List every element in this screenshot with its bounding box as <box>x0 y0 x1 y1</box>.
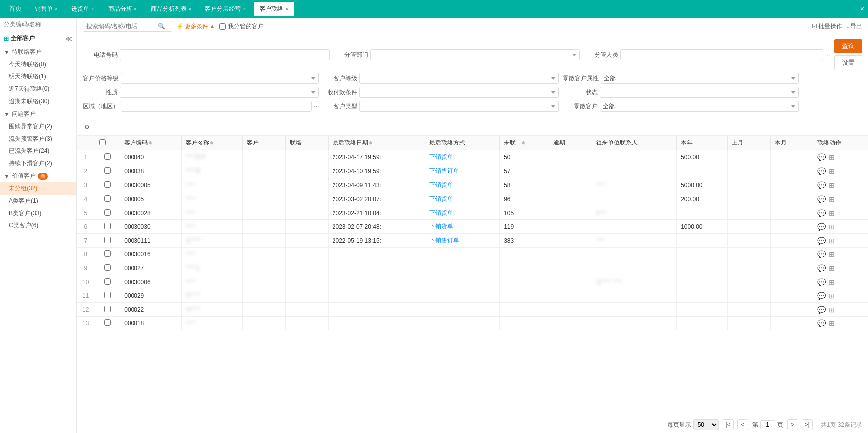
sidebar-item-a-class[interactable]: A类客户(1) <box>0 195 76 207</box>
filter-payment-select[interactable] <box>359 87 558 98</box>
close-all-tabs-icon[interactable]: × <box>860 5 864 13</box>
row-checkbox-8[interactable] <box>104 264 111 271</box>
select-all-checkbox[interactable] <box>99 139 106 145</box>
row-checkbox-7[interactable] <box>104 250 111 257</box>
row-checkbox-1[interactable] <box>104 167 111 174</box>
page-number-input[interactable] <box>760 420 775 429</box>
search-input[interactable] <box>86 23 156 30</box>
filter-dept-select[interactable] <box>370 49 580 60</box>
row-checkbox-10[interactable] <box>104 292 111 298</box>
row-checkbox-4[interactable] <box>104 209 111 216</box>
row-checkbox-2[interactable] <box>104 181 111 188</box>
chat-action-icon-10[interactable]: 💬 <box>817 292 826 300</box>
chat-action-icon-2[interactable]: 💬 <box>817 181 826 189</box>
nav-tab-analysis-list[interactable]: 商品分析列表 × <box>145 2 198 16</box>
sidebar-item-today[interactable]: 今天待联络(0) <box>0 58 76 71</box>
nav-tab-customer-contact[interactable]: 客户联络 × <box>254 2 294 16</box>
filter-type-select[interactable] <box>359 101 558 112</box>
sidebar-group-pending[interactable]: ▼ 待联络客户 <box>0 46 76 58</box>
sidebar-item-overdue[interactable]: 逾期未联络(30) <box>0 95 76 108</box>
filter-retail-customer-select[interactable]: 全部 <box>600 101 799 112</box>
page-size-select[interactable]: 50 100 200 <box>693 419 719 430</box>
sidebar-item-declining[interactable]: 持续下滑客户(2) <box>0 157 76 170</box>
grid-action-icon-4[interactable]: ⊞ <box>829 209 835 217</box>
filter-nature-select[interactable] <box>120 87 319 98</box>
chat-action-icon-5[interactable]: 💬 <box>817 223 826 231</box>
sidebar-item-abnormal[interactable]: 囤购异常客户(2) <box>0 120 76 133</box>
nav-tab-sales[interactable]: 销售单 × <box>29 2 64 16</box>
prev-page-btn[interactable]: < <box>737 419 748 430</box>
close-customer-contact-tab-icon[interactable]: × <box>285 6 288 12</box>
filter-region-input[interactable] <box>121 101 312 112</box>
grid-action-icon-8[interactable]: ⊞ <box>829 264 835 272</box>
close-sales-tab-icon[interactable]: × <box>55 6 58 12</box>
grid-action-icon-10[interactable]: ⊞ <box>829 292 835 300</box>
chat-action-icon-0[interactable]: 💬 <box>817 153 826 161</box>
row-checkbox-0[interactable] <box>104 153 111 160</box>
sidebar-item-c-class[interactable]: C类客户(6) <box>0 219 76 232</box>
filter-phone-input[interactable] <box>120 49 330 60</box>
chat-action-icon-4[interactable]: 💬 <box>817 209 826 217</box>
next-page-btn[interactable]: > <box>787 419 798 430</box>
chat-action-icon-6[interactable]: 💬 <box>817 237 826 245</box>
chat-action-icon-8[interactable]: 💬 <box>817 264 826 272</box>
grid-action-icon-12[interactable]: ⊞ <box>829 319 835 327</box>
grid-action-icon-7[interactable]: ⊞ <box>829 250 835 258</box>
chat-action-icon-1[interactable]: 💬 <box>817 167 826 175</box>
grid-action-icon-1[interactable]: ⊞ <box>829 167 835 175</box>
chat-action-icon-3[interactable]: 💬 <box>817 195 826 203</box>
grid-action-icon-9[interactable]: ⊞ <box>829 278 835 286</box>
sidebar-item-b-class[interactable]: B类客户(33) <box>0 207 76 219</box>
sidebar-collapse-icon[interactable]: ≪ <box>65 35 72 43</box>
filter-retail-attr-select[interactable]: 全部 <box>601 73 799 84</box>
sidebar-all-customers[interactable]: ⊞ 全部客户 ≪ <box>0 31 76 46</box>
sidebar-item-churned[interactable]: 已流失客户(24) <box>0 145 76 157</box>
reset-btn[interactable]: 设置 <box>834 55 862 70</box>
sidebar-item-ungrouped[interactable]: 未分组(32) <box>0 182 76 195</box>
search-icon[interactable]: 🔍 <box>158 23 165 30</box>
chat-action-icon-12[interactable]: 💬 <box>817 319 826 327</box>
more-conditions-btn[interactable]: ⚡ 更多条件 ▲ <box>176 22 215 31</box>
filter-status-select[interactable] <box>600 87 799 98</box>
sidebar-item-tomorrow[interactable]: 明天待联络(1) <box>0 71 76 83</box>
last-page-btn[interactable]: >| <box>802 419 813 430</box>
row-checkbox-6[interactable] <box>104 237 111 243</box>
query-btn[interactable]: 查询 <box>834 39 862 53</box>
filter-person-input[interactable] <box>620 49 823 60</box>
row-checkbox-5[interactable] <box>104 223 111 229</box>
chat-action-icon-7[interactable]: 💬 <box>817 250 826 258</box>
close-analysis-tab-icon[interactable]: × <box>134 6 137 12</box>
nav-tab-purchase[interactable]: 进货单 × <box>66 2 100 16</box>
filter-customer-level-select[interactable] <box>359 73 558 84</box>
grid-action-icon-11[interactable]: ⊞ <box>829 306 835 314</box>
sidebar-group-value[interactable]: ▼ 价值客户 新 <box>0 170 76 182</box>
nav-tab-customer-mgmt[interactable]: 客户分层经营 × <box>199 2 252 16</box>
sidebar-group-problem[interactable]: ▼ 问题客户 <box>0 108 76 120</box>
nav-home[interactable]: 首页 <box>4 4 27 13</box>
first-page-btn[interactable]: |< <box>723 419 734 430</box>
chat-action-icon-11[interactable]: 💬 <box>817 306 826 314</box>
row-checkbox-12[interactable] <box>104 319 111 326</box>
grid-action-icon-0[interactable]: ⊞ <box>829 153 835 161</box>
sidebar-item-7days[interactable]: 近7天待联络(0) <box>0 83 76 95</box>
table-settings-btn[interactable]: ⚙ <box>81 121 93 133</box>
chat-action-icon-9[interactable]: 💬 <box>817 278 826 286</box>
grid-action-icon-3[interactable]: ⊞ <box>829 195 835 203</box>
grid-action-icon-5[interactable]: ⊞ <box>829 223 835 231</box>
grid-action-icon-6[interactable]: ⊞ <box>829 237 835 245</box>
my-customers-checkbox[interactable] <box>219 23 226 30</box>
batch-ops-btn[interactable]: ☑ 批量操作 <box>812 22 842 31</box>
row-checkbox-11[interactable] <box>104 306 111 312</box>
nav-tab-analysis[interactable]: 商品分析 × <box>102 2 143 16</box>
export-btn[interactable]: ↓ 导出 <box>846 22 862 31</box>
sidebar-item-churn-warn[interactable]: 流失预警客户(3) <box>0 133 76 145</box>
grid-action-icon-2[interactable]: ⊞ <box>829 181 835 189</box>
sidebar-search-input[interactable] <box>4 21 77 28</box>
close-customer-mgmt-tab-icon[interactable]: × <box>243 6 246 12</box>
filter-person-dots[interactable]: ··· <box>825 51 830 58</box>
row-checkbox-9[interactable] <box>104 278 111 285</box>
filter-region-dots[interactable]: ··· <box>314 103 319 110</box>
row-checkbox-3[interactable] <box>104 195 111 202</box>
filter-price-level-select[interactable] <box>121 73 319 84</box>
close-purchase-tab-icon[interactable]: × <box>91 6 94 12</box>
